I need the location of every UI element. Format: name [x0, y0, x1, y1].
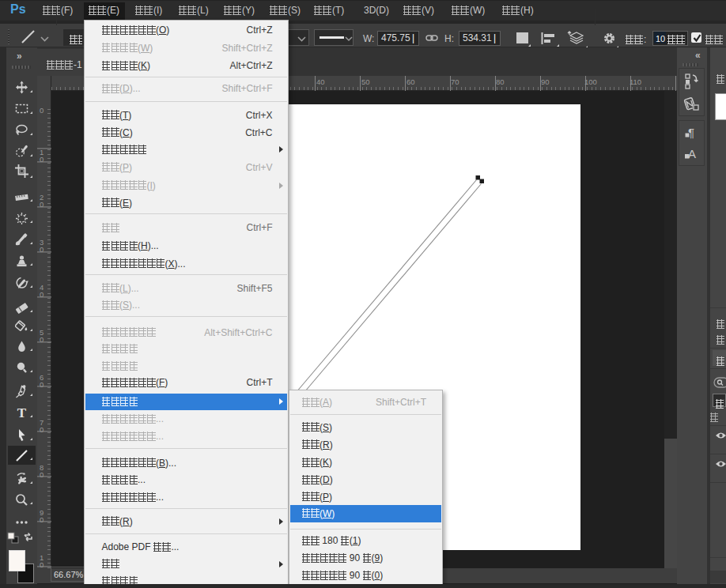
- svg-text:A: A: [688, 147, 696, 160]
